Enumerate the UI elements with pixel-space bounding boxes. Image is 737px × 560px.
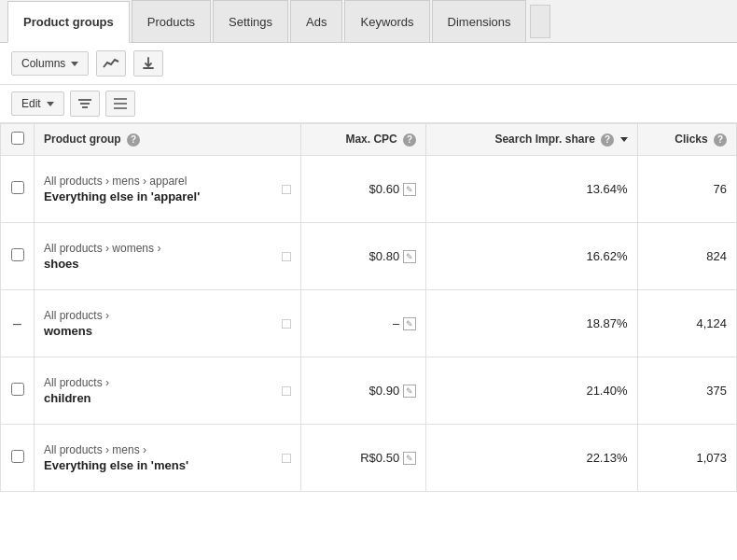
search-impr-share-header[interactable]: Search Impr. share ? <box>426 124 637 156</box>
clicks-cell: 1,073 <box>637 425 737 492</box>
chart-icon-button[interactable] <box>96 50 126 77</box>
max-cpc-header: Max. CPC ? <box>300 124 425 156</box>
search-impr-share-value: 18.87% <box>586 316 627 330</box>
product-path: All products › mens › apparel <box>44 175 274 188</box>
clicks-value: 4,124 <box>696 316 727 330</box>
row-dash: – <box>13 315 21 331</box>
row-select-cell <box>1 156 35 223</box>
download-icon <box>142 57 155 70</box>
tab-dimensions[interactable]: Dimensions <box>432 0 527 42</box>
row-select-cell <box>1 425 35 492</box>
search-impr-share-value: 13.64% <box>586 182 627 196</box>
row-select-cell <box>1 223 35 290</box>
table-row: – All products › womens □ – ✎ 18.87%4,12… <box>1 290 737 357</box>
tab-settings[interactable]: Settings <box>213 0 288 42</box>
tab-more-button[interactable] <box>530 5 550 38</box>
cpc-value: – <box>393 316 399 330</box>
row-select-cell <box>1 357 35 425</box>
row-checkbox[interactable] <box>11 248 24 261</box>
search-impr-share-value: 21.40% <box>586 384 627 398</box>
select-all-checkbox[interactable] <box>11 132 24 145</box>
list-icon <box>113 97 128 110</box>
max-cpc-cell: – ✎ <box>300 290 425 357</box>
max-cpc-cell: $0.90 ✎ <box>300 357 425 425</box>
row-checkbox[interactable] <box>11 450 24 463</box>
select-all-header <box>1 124 35 156</box>
table-row: All products › womens › shoes □ $0.80 ✎ … <box>1 223 737 290</box>
product-path: All products › <box>44 376 274 389</box>
table-row: All products › children □ $0.90 ✎ 21.40%… <box>1 357 737 425</box>
clicks-value: 1,073 <box>696 451 727 465</box>
product-path: All products › mens › <box>44 443 274 456</box>
help-icon[interactable]: ? <box>601 133 614 147</box>
toolbar-1: Columns <box>0 43 737 85</box>
filter-icon-button[interactable] <box>70 91 100 117</box>
line-chart-icon <box>103 57 119 70</box>
table-row: All products › mens › apparel Everything… <box>1 156 737 223</box>
product-group-cell: All products › children □ <box>35 357 301 425</box>
tab-ads[interactable]: Ads <box>290 0 342 42</box>
row-checkbox[interactable] <box>11 383 24 396</box>
comment-icon[interactable]: □ <box>282 248 291 265</box>
chevron-down-icon <box>47 102 54 106</box>
product-name: shoes <box>44 257 274 271</box>
product-group-header: Product group ? <box>35 124 301 156</box>
search-impr-share-value: 16.62% <box>586 249 627 263</box>
product-name: children <box>44 391 274 405</box>
max-cpc-cell: $0.80 ✎ <box>300 223 425 290</box>
search-impr-share-cell: 16.62% <box>426 223 637 290</box>
search-impr-share-cell: 22.13% <box>426 425 637 492</box>
max-cpc-cell: R$0.50 ✎ <box>300 425 425 492</box>
max-cpc-cell: $0.60 ✎ <box>300 156 425 223</box>
product-path: All products › <box>44 309 274 322</box>
data-table: Product group ? Max. CPC ? Search Impr. … <box>0 123 737 492</box>
clicks-value: 76 <box>714 182 727 196</box>
edit-button[interactable]: Edit <box>11 91 64 116</box>
product-group-cell: All products › mens › Everything else in… <box>35 425 301 492</box>
comment-icon[interactable]: □ <box>282 383 291 399</box>
clicks-value: 824 <box>706 249 727 263</box>
comment-icon[interactable]: □ <box>282 315 291 332</box>
clicks-cell: 824 <box>637 223 737 290</box>
tab-product-groups[interactable]: Product groups <box>7 1 130 43</box>
edit-cpc-icon[interactable]: ✎ <box>403 452 416 465</box>
product-group-cell: All products › womens › shoes □ <box>35 223 301 290</box>
clicks-cell: 375 <box>637 357 737 425</box>
tab-products[interactable]: Products <box>132 0 211 42</box>
help-icon[interactable]: ? <box>127 133 140 147</box>
edit-cpc-icon[interactable]: ✎ <box>403 250 416 263</box>
tab-bar: Product groups Products Settings Ads Key… <box>0 0 737 43</box>
product-group-cell: All products › mens › apparel Everything… <box>35 156 301 223</box>
toolbar-2: Edit <box>0 85 737 123</box>
search-impr-share-cell: 13.64% <box>426 156 637 223</box>
filter-icon <box>77 97 92 110</box>
clicks-header: Clicks ? <box>637 124 737 156</box>
row-checkbox[interactable] <box>11 181 24 194</box>
search-impr-share-cell: 21.40% <box>426 357 637 425</box>
table-row: All products › mens › Everything else in… <box>1 425 737 492</box>
sort-arrow-icon <box>620 137 628 142</box>
list-icon-button[interactable] <box>105 91 135 117</box>
product-name: womens <box>44 324 274 338</box>
help-icon[interactable]: ? <box>714 133 727 147</box>
columns-button[interactable]: Columns <box>11 51 89 76</box>
help-icon[interactable]: ? <box>403 133 416 147</box>
search-impr-share-cell: 18.87% <box>426 290 637 357</box>
edit-cpc-icon[interactable]: ✎ <box>403 385 416 398</box>
comment-icon[interactable]: □ <box>282 450 291 467</box>
edit-cpc-icon[interactable]: ✎ <box>403 183 416 196</box>
edit-cpc-icon[interactable]: ✎ <box>403 317 416 330</box>
clicks-cell: 4,124 <box>637 290 737 357</box>
search-impr-share-value: 22.13% <box>586 451 627 465</box>
cpc-value: $0.80 <box>369 249 400 263</box>
product-group-cell: All products › womens □ <box>35 290 301 357</box>
row-select-cell: – <box>1 290 35 357</box>
tab-keywords[interactable]: Keywords <box>344 0 429 42</box>
cpc-value: R$0.50 <box>360 451 399 465</box>
comment-icon[interactable]: □ <box>282 181 291 198</box>
product-name: Everything else in 'mens' <box>44 458 274 472</box>
chevron-down-icon <box>71 62 78 66</box>
clicks-value: 375 <box>706 384 727 398</box>
product-path: All products › womens › <box>44 242 274 255</box>
download-button[interactable] <box>133 50 163 77</box>
